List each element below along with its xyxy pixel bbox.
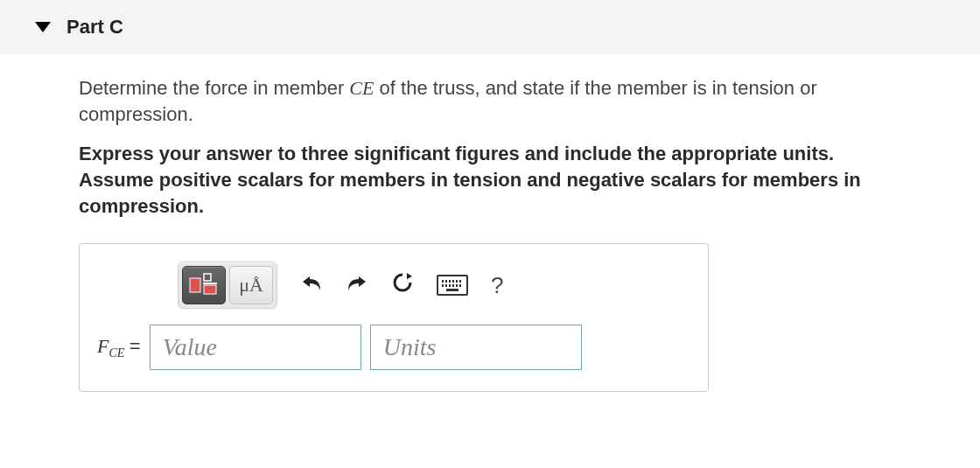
svg-rect-1 — [204, 274, 211, 281]
reset-icon — [391, 271, 414, 294]
toolbar: μÅ ? — [178, 262, 690, 309]
variable-main: F — [97, 335, 108, 357]
prompt-prefix: Determine the force in member — [79, 77, 349, 99]
keyboard-button[interactable] — [437, 275, 468, 296]
collapse-caret-icon — [35, 22, 51, 32]
templates-button[interactable] — [182, 266, 226, 304]
part-title: Part C — [66, 16, 123, 38]
instruction-text: Express your answer to three significant… — [79, 141, 910, 219]
variable-label: FCE = — [97, 335, 141, 360]
answer-box: μÅ ? FCE = — [79, 243, 709, 392]
question-prompt: Determine the force in member CE of the … — [79, 75, 910, 127]
content-area: Determine the force in member CE of the … — [0, 54, 928, 413]
help-button[interactable]: ? — [491, 272, 503, 299]
undo-icon — [300, 274, 323, 293]
templates-icon — [189, 273, 219, 297]
units-symbols-button[interactable]: μÅ — [229, 266, 273, 304]
units-input[interactable] — [370, 325, 582, 370]
undo-button[interactable] — [300, 272, 323, 299]
keyboard-icon — [442, 280, 463, 283]
reset-button[interactable] — [391, 271, 414, 300]
svg-rect-0 — [190, 278, 200, 292]
value-input[interactable] — [150, 325, 361, 370]
units-symbols-label: μÅ — [239, 274, 263, 297]
answer-input-row: FCE = — [97, 325, 690, 370]
redo-button[interactable] — [346, 272, 368, 299]
member-name: CE — [349, 77, 374, 99]
part-header[interactable]: Part C — [0, 0, 980, 54]
variable-subscript: CE — [108, 346, 124, 360]
redo-icon — [346, 274, 368, 293]
format-tool-group: μÅ — [178, 262, 277, 309]
equals-sign: = — [130, 335, 141, 357]
svg-rect-2 — [204, 285, 216, 294]
